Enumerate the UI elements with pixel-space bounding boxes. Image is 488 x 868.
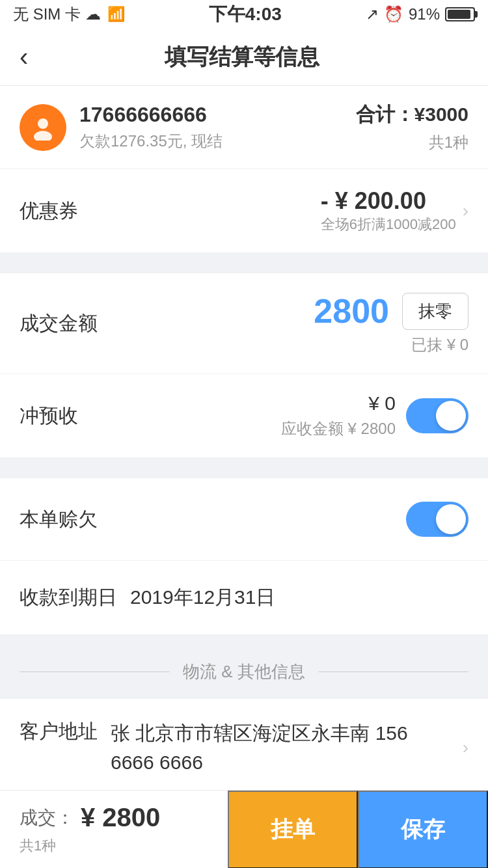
total-label: 合计：	[356, 103, 414, 125]
duedate-label: 收款到期日	[20, 584, 117, 611]
customer-phone: 17666666666	[79, 103, 356, 127]
transaction-amount-sub: 已抹 ¥ 0	[314, 334, 468, 355]
status-bar: 无 SIM 卡 ☁ 📶 下午4:03 ↗ ⏰ 91%	[0, 0, 488, 29]
prepay-values: ¥ 0 应收金额 ¥ 2800	[281, 392, 396, 439]
coupon-right: - ¥ 200.00 全场6折满1000减200 ›	[321, 187, 468, 234]
duedate-row: 收款到期日 2019年12月31日	[0, 560, 488, 634]
debt-toggle[interactable]	[406, 502, 468, 537]
bottom-summary: 成交： ¥ 2800 共1种	[0, 803, 228, 856]
address-row[interactable]: 客户地址 张 北京市市辖区海淀区永丰南 156 6666 6666 ›	[0, 699, 488, 796]
bottom-deal: 成交： ¥ 2800	[20, 803, 208, 832]
total-count: 共1种	[356, 132, 468, 153]
back-button[interactable]: ‹	[20, 42, 41, 72]
divider-line-left	[20, 671, 170, 672]
coupon-info: - ¥ 200.00 全场6折满1000减200	[321, 187, 456, 234]
debt-toggle-knob	[436, 504, 466, 534]
logistics-divider: 物流 & 其他信息	[0, 645, 488, 699]
transaction-amount-right: 2800 抹零 已抹 ¥ 0	[314, 292, 468, 355]
avatar	[20, 104, 66, 151]
amount-section: 成交金额 2800 抹零 已抹 ¥ 0 冲预收 ¥ 0 应收金额 ¥ 2800	[0, 273, 488, 457]
hold-button[interactable]: 挂单	[228, 791, 358, 869]
battery-percent: 91%	[409, 5, 440, 23]
svg-point-1	[34, 131, 52, 141]
debt-section: 本单赊欠 收款到期日 2019年12月31日	[0, 478, 488, 634]
coupon-amount: - ¥ 200.00	[321, 187, 456, 215]
page-title: 填写结算等信息	[41, 42, 442, 72]
customer-section: 17666666666 欠款1276.35元, 现结 合计：¥3000 共1种 …	[0, 86, 488, 252]
amount-right: 2800 抹零	[314, 292, 468, 331]
save-button[interactable]: 保存	[358, 791, 488, 869]
status-left: 无 SIM 卡 ☁ 📶	[13, 4, 125, 25]
coupon-label: 优惠券	[20, 198, 78, 224]
prepay-amount: ¥ 0	[281, 392, 396, 414]
prepay-right: ¥ 0 应收金额 ¥ 2800	[281, 392, 468, 439]
nav-bar: ‹ 填写结算等信息	[0, 29, 488, 86]
chevron-right-icon: ›	[463, 200, 468, 221]
divider-1	[0, 263, 488, 273]
debt-row: 本单赊欠	[0, 478, 488, 560]
status-right: ↗ ⏰ 91%	[366, 5, 475, 23]
transaction-amount-row: 成交金额 2800 抹零 已抹 ¥ 0	[20, 273, 468, 373]
alarm-icon: ⏰	[384, 5, 403, 23]
coupon-desc: 全场6折满1000减200	[321, 215, 456, 234]
customer-info: 17666666666 欠款1276.35元, 现结	[79, 103, 356, 152]
divider-2	[0, 468, 488, 478]
address-chevron-icon: ›	[463, 737, 468, 758]
bottom-count: 共1种	[20, 836, 208, 856]
debt-label: 本单赊欠	[20, 506, 98, 533]
prepay-sub: 应收金额 ¥ 2800	[281, 418, 396, 439]
address-value: 张 北京市市辖区海淀区永丰南 156 6666 6666	[111, 718, 456, 777]
total-amount: 合计：¥3000	[356, 102, 468, 128]
round-button[interactable]: 抹零	[402, 293, 468, 330]
address-section: 客户地址 张 北京市市辖区海淀区永丰南 156 6666 6666 ›	[0, 699, 488, 796]
battery-icon	[445, 7, 475, 21]
transaction-amount-container: 成交金额 2800 抹零 已抹 ¥ 0	[0, 273, 488, 373]
address-label: 客户地址	[20, 718, 98, 745]
toggle-knob	[436, 401, 466, 431]
customer-total: 合计：¥3000 共1种	[356, 102, 468, 153]
location-icon: ↗	[366, 5, 379, 23]
logistics-label: 物流 & 其他信息	[183, 660, 305, 683]
customer-sub: 欠款1276.35元, 现结	[79, 131, 356, 152]
transaction-amount-value: 2800	[314, 292, 389, 331]
prepay-label: 冲预收	[20, 403, 78, 429]
prepay-row: 冲预收 ¥ 0 应收金额 ¥ 2800	[0, 373, 488, 457]
duedate-value: 2019年12月31日	[130, 584, 275, 611]
deal-label: 成交：	[20, 806, 74, 830]
total-value: ¥3000	[414, 103, 468, 125]
deal-amount: ¥ 2800	[81, 803, 160, 832]
divider-line-right	[318, 671, 468, 672]
bottom-bar: 成交： ¥ 2800 共1种 挂单 保存	[0, 790, 488, 868]
coupon-row[interactable]: 优惠券 - ¥ 200.00 全场6折满1000减200 ›	[0, 169, 488, 252]
prepay-toggle[interactable]	[406, 398, 468, 433]
svg-point-0	[38, 118, 48, 129]
status-time: 下午4:03	[209, 2, 282, 27]
transaction-amount-label: 成交金额	[20, 310, 98, 337]
sim-status: 无 SIM 卡 ☁	[13, 4, 101, 25]
wifi-icon: 📶	[107, 6, 125, 23]
customer-row: 17666666666 欠款1276.35元, 现结 合计：¥3000 共1种	[0, 86, 488, 169]
